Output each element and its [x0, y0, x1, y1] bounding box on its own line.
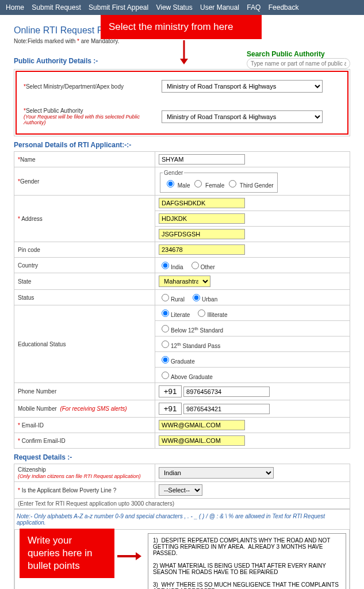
top-nav: Home Submit Request Submit First Appeal … [0, 0, 364, 15]
status-urban-radio[interactable] [193, 294, 200, 301]
ministry-label: Select Ministry/Department/Apex body [26, 83, 124, 90]
country-other-radio[interactable] [191, 262, 199, 269]
rti-text-input[interactable] [148, 533, 346, 589]
country-india-radio[interactable] [162, 262, 169, 269]
svg-marker-3 [136, 552, 141, 560]
gender-female-radio[interactable] [194, 180, 202, 188]
authority-note: (Your Request will be filed with this se… [24, 114, 162, 125]
ministry-selection-highlight: *Select Ministry/Department/Apex body Mi… [16, 71, 348, 135]
address2-input[interactable] [159, 213, 245, 224]
edu-12pass-radio[interactable] [162, 341, 169, 348]
confirm-email-label: Confirm Email-ID [22, 438, 66, 444]
phone-prefix[interactable] [159, 385, 182, 397]
authority-label: Select Public Authority [26, 108, 83, 114]
gender-male-radio[interactable] [167, 180, 174, 188]
state-select[interactable]: Maharashtra [159, 276, 210, 287]
citizenship-note: (Only Indian citizens can file RTI Reque… [18, 473, 140, 479]
nav-home[interactable]: Home [6, 3, 24, 12]
edu-literate-radio[interactable] [162, 309, 169, 317]
edu-above-graduate-radio[interactable] [162, 372, 169, 379]
gender-third-radio[interactable] [229, 180, 236, 188]
mobile-label: Mobile Number [18, 406, 57, 412]
mobile-note: (For receiving SMS alerts) [60, 406, 127, 412]
mobile-prefix[interactable] [159, 403, 182, 415]
name-label: Name [20, 156, 36, 163]
allowed-chars-note: Note:- Only alphabets A-Z a-z number 0-9… [14, 510, 350, 529]
nav-user-manual[interactable]: User Manual [200, 3, 239, 12]
bpl-select[interactable]: --Select-- [159, 484, 202, 496]
edu-below12-radio[interactable] [162, 325, 169, 332]
nav-submit-appeal[interactable]: Submit First Appeal [89, 3, 148, 12]
arrow-right-icon [117, 550, 141, 562]
search-label: Search Public Authority [247, 50, 350, 58]
pincode-input[interactable] [159, 244, 245, 255]
nav-feedback[interactable]: Feedback [269, 3, 299, 12]
country-label: Country [18, 262, 38, 269]
phone-label: Phone Number [18, 388, 56, 395]
edu-label: Educational Status [18, 341, 66, 347]
ministry-select[interactable]: Ministry of Road Transport & Highways [162, 80, 323, 93]
section-public-authority: Public Authority Details :- [14, 57, 98, 65]
name-input[interactable] [159, 154, 245, 165]
annotation-select-ministry: Select the ministry from here [101, 15, 262, 39]
section-personal-details: Personal Details of RTI Applicant:-:- [14, 141, 350, 149]
nav-faq[interactable]: FAQ [247, 3, 260, 12]
edu-illiterate-radio[interactable] [198, 309, 205, 317]
address1-input[interactable] [159, 198, 245, 208]
bpl-label: Is the Applicant Below Poverty Line ? [22, 487, 117, 494]
address3-input[interactable] [159, 229, 245, 239]
enter-text-note: (Enter Text for RTI Request application … [14, 499, 350, 509]
nav-view-status[interactable]: View Status [156, 3, 192, 12]
arrow-down-icon [178, 40, 190, 68]
confirm-email-input[interactable] [159, 435, 245, 446]
pincode-label: Pin code [18, 247, 40, 253]
personal-details-table: *Name *Gender Gender Male Female Third G… [14, 151, 350, 449]
email-input[interactable] [159, 420, 245, 430]
svg-marker-1 [180, 59, 188, 64]
gender-label: Gender [20, 178, 39, 185]
request-details-table: Citizenship(Only Indian citizens can fil… [14, 464, 350, 499]
edu-graduate-radio[interactable] [162, 356, 169, 364]
address-label: Address [21, 216, 43, 222]
citizenship-label: Citizenship [18, 466, 46, 473]
annotation-write-queries: Write your queries here in bullet points [20, 529, 114, 578]
citizenship-select[interactable]: Indian [159, 467, 274, 479]
mobile-input[interactable] [183, 404, 270, 414]
email-label: Email-ID [22, 422, 44, 429]
search-public-authority-input[interactable] [247, 58, 350, 69]
public-authority-select[interactable]: Ministry of Road Transport & Highways [162, 110, 323, 123]
status-rural-radio[interactable] [162, 294, 169, 301]
status-label: Status [18, 294, 34, 301]
phone-input[interactable] [183, 387, 270, 397]
state-label: State [18, 278, 31, 285]
section-request-details: Request Details :- [14, 453, 350, 461]
nav-submit-request[interactable]: Submit Request [32, 3, 81, 12]
